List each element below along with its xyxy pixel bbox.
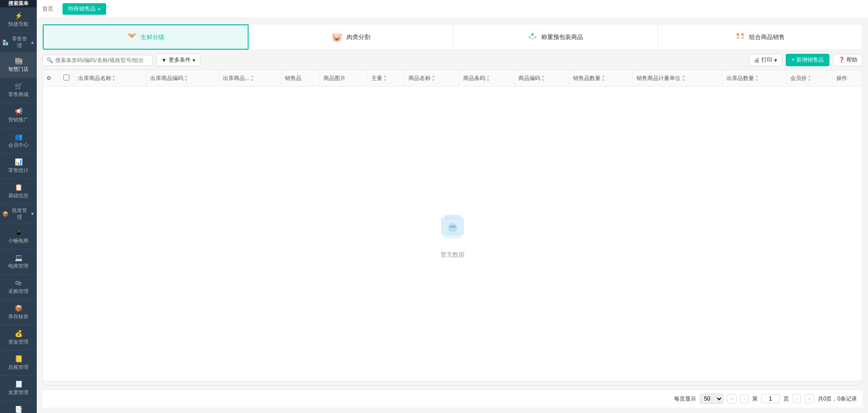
active-tab-label: 特殊销售品 — [68, 5, 96, 13]
sort-arrows9: ▲▼ — [681, 74, 685, 82]
sidebar-item-mini-ecom[interactable]: 📱 小畅电商 — [0, 224, 37, 249]
tab-meat-cut[interactable]: 🐷 肉类分割 — [249, 24, 453, 50]
sidebar-item-inventory[interactable]: 📦 库存核算 — [0, 300, 37, 325]
first-page-button[interactable]: « — [727, 394, 737, 403]
sidebar-item-quick-nav[interactable]: ⚡ 快捷导航 — [0, 7, 37, 33]
th-member-price[interactable]: 会员价 ▲▼ — [786, 70, 832, 86]
topbar: 首页 › 特殊销售品 × — [37, 0, 868, 18]
th-product-barcode[interactable]: 商品条码 ▲▼ — [460, 70, 514, 86]
category-tabs: 生鲜分级 🐷 肉类分割 称重预包装商品 — [42, 24, 862, 50]
last-page-button[interactable]: » — [805, 394, 814, 403]
add-label: + 新增销售品 — [791, 56, 823, 64]
select-all-checkbox[interactable] — [63, 75, 69, 80]
smart-store-icon: 🏬 — [15, 57, 23, 64]
print-button[interactable]: 🖨 打印 ▾ — [749, 54, 782, 66]
filter-arrow: ▾ — [193, 57, 195, 63]
svg-point-6 — [532, 38, 533, 40]
filter-label: 更多条件 — [169, 56, 191, 64]
close-icon[interactable]: × — [97, 6, 101, 12]
th-main-weight[interactable]: 主量 ▲▼ — [367, 70, 404, 86]
print-icon: 🖨 — [754, 57, 760, 63]
th-product-name[interactable]: 商品名称 ▲▼ — [404, 70, 459, 86]
tab-weigh-prepack[interactable]: 称重预包装商品 — [454, 24, 658, 50]
sidebar-item-general-ledger[interactable]: 📒 总账管理 — [0, 350, 37, 376]
th-sales-unit[interactable]: 销售商品计量单位 ▲▼ — [633, 70, 723, 86]
main-content: 首页 › 特殊销售品 × 生鲜分级 🐷 肉类分割 — [37, 0, 868, 413]
sidebar-item-retail-stats[interactable]: 📊 零售统计 — [0, 154, 37, 179]
th-out-qty[interactable]: 出库品数量 ▲▼ — [723, 70, 786, 86]
th-sales-qty[interactable]: 销售品数量 ▲▼ — [569, 70, 632, 86]
page-size-label: 每页显示 — [674, 395, 696, 403]
wholesale-mgmt-icon: 📦 — [2, 211, 9, 217]
sidebar-item-basic-info[interactable]: 📋 基础信息 — [0, 179, 37, 204]
next-page-button[interactable]: › — [793, 394, 801, 403]
sidebar-item-wholesale-mgmt[interactable]: 📦 批发管理 ▼ — [0, 204, 37, 224]
th-out-product-code[interactable]: 出库商品编码 ▲▼ — [147, 70, 219, 86]
general-ledger-icon: 📒 — [15, 355, 23, 362]
filter-button[interactable]: ▼ 更多条件 ▾ — [156, 54, 200, 66]
horizontal-scrollbar[interactable] — [43, 381, 862, 385]
fresh-grade-icon — [127, 31, 137, 43]
print-arrow: ▾ — [774, 57, 777, 63]
search-box[interactable]: 🔍 — [42, 55, 153, 66]
sort-arrows2: ▲▼ — [184, 74, 188, 82]
sidebar-item-tax-mgmt[interactable]: 📑 税务管理 — [0, 401, 37, 413]
weigh-prepack-icon — [528, 31, 538, 43]
sidebar-item-ecom-mgmt[interactable]: 💻 电商管理 — [0, 249, 37, 275]
total-text: 共0页，0条记录 — [818, 395, 857, 403]
sort-arrows10: ▲▼ — [755, 74, 759, 82]
sales-promo-icon: 📢 — [15, 108, 23, 115]
tab-meat-cut-label: 肉类分割 — [346, 33, 370, 41]
prev-page-icon: ‹ — [743, 396, 745, 402]
sidebar-item-members[interactable]: 👥 会员中心 — [0, 128, 37, 154]
svg-point-4 — [529, 36, 531, 39]
page-number-input[interactable] — [761, 394, 780, 403]
th-checkbox[interactable] — [59, 70, 74, 86]
sort-arrows: ▲▼ — [112, 74, 116, 82]
tab-combo-sales-label: 组合商品销售 — [749, 33, 785, 41]
empty-state: 暂无数据 — [43, 86, 862, 381]
sidebar-item-label: 小畅电商 — [8, 237, 28, 244]
svg-point-1 — [128, 33, 130, 36]
help-icon: ❓ — [838, 57, 845, 63]
sort-arrows5: ▲▼ — [431, 74, 435, 82]
home-breadcrumb[interactable]: 首页 — [42, 5, 53, 13]
sidebar-item-capital-mgmt[interactable]: 💰 资金管理 — [0, 325, 37, 350]
capital-mgmt-icon: 💰 — [15, 330, 23, 337]
toolbar: 🔍 ▼ 更多条件 ▾ 🖨 打印 ▾ + 新增销售品 — [42, 54, 862, 66]
sidebar-item-purchase-mgmt[interactable]: 🛍 采购管理 — [0, 275, 37, 300]
tab-fresh-grade[interactable]: 生鲜分级 — [43, 24, 249, 50]
th-out-product-more[interactable]: 出库商品... ▲▼ — [219, 70, 281, 86]
mini-ecom-icon: 📱 — [15, 229, 23, 236]
chevron-down-icon: ▲ — [30, 40, 34, 45]
sidebar-item-retail-mall[interactable]: 🛒 零售商城 — [0, 78, 37, 103]
th-settings[interactable]: ⚙ — [43, 70, 59, 86]
search-input[interactable] — [55, 57, 148, 63]
sidebar-item-invoice-mgmt[interactable]: 🧾 发票管理 — [0, 376, 37, 401]
sidebar: 搜索菜单 ⚡ 快捷导航 🏪 零售管理 ▲ 🏬 智慧门店 🛒 零售商城 📢 营销推… — [0, 0, 37, 413]
prev-page-button[interactable]: ‹ — [740, 394, 749, 403]
svg-point-14 — [448, 223, 457, 232]
sidebar-logo[interactable]: 搜索菜单 — [0, 0, 37, 7]
meat-cut-icon: 🐷 — [331, 32, 343, 43]
sidebar-item-retail-mgmt[interactable]: 🏪 零售管理 ▲ — [0, 33, 37, 52]
sidebar-item-smart-store[interactable]: 🏬 智慧门店 — [0, 52, 37, 78]
filter-icon: ▼ — [161, 57, 167, 63]
sidebar-item-sales-promo[interactable]: 📢 营销推广 — [0, 103, 37, 128]
svg-point-9 — [737, 36, 739, 39]
tab-combo-sales[interactable]: 组合商品销售 — [658, 24, 862, 50]
sidebar-item-label: 批发管理 — [10, 207, 29, 221]
th-out-product-name[interactable]: 出库商品名称 ▲▼ — [74, 70, 147, 86]
active-tab[interactable]: 特殊销售品 × — [62, 3, 106, 15]
svg-point-2 — [133, 33, 136, 36]
sidebar-item-label: 资金管理 — [8, 338, 28, 345]
svg-point-10 — [741, 36, 744, 39]
page-label: 第 — [752, 395, 758, 403]
sidebar-item-label: 采购管理 — [8, 288, 28, 295]
th-product-code[interactable]: 商品编码 ▲▼ — [514, 70, 569, 86]
th-sales-product: 销售品 — [281, 70, 319, 86]
help-button[interactable]: ❓ 帮助 — [833, 54, 862, 66]
add-button[interactable]: + 新增销售品 — [786, 54, 829, 66]
svg-point-0 — [130, 34, 134, 38]
page-size-select[interactable]: 50 10 20 100 — [700, 394, 723, 404]
